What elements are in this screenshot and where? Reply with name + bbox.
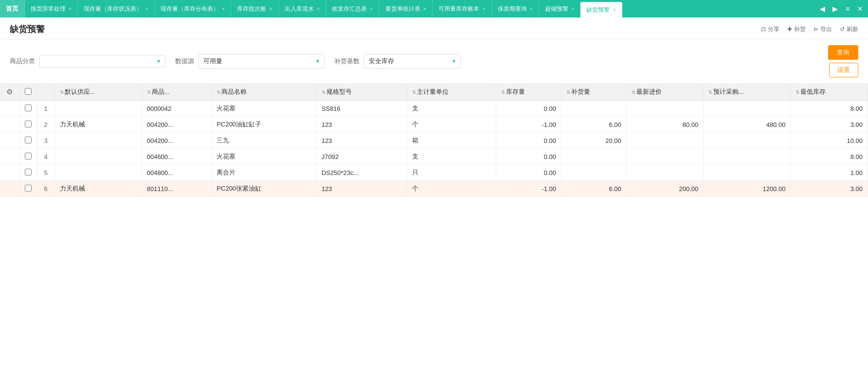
settings-button[interactable]: 设置: [829, 63, 858, 77]
row-unit: 支: [407, 149, 496, 165]
sort-replenish-icon: ⇅: [566, 89, 570, 95]
row-stock: -1.00: [496, 117, 561, 133]
refresh-button[interactable]: ↺ 刷新: [840, 25, 858, 34]
row-checkbox[interactable]: [25, 137, 32, 143]
col-settings-header[interactable]: ⚙: [0, 84, 19, 101]
tab-close-shoufashun[interactable]: ×: [370, 6, 373, 12]
tab-chaochun[interactable]: 超储预警 ×: [539, 0, 580, 18]
tab-close-keyong[interactable]: ×: [482, 6, 485, 12]
row-checkbox-cell: [19, 101, 37, 117]
row-settings-cell: [0, 117, 19, 133]
row-checkbox-cell: [19, 133, 37, 149]
tab-pici[interactable]: 库存批次账 ×: [231, 0, 278, 18]
row-min-stock: 8.00: [791, 101, 868, 117]
category-chevron-icon: ▾: [157, 58, 160, 65]
col-minstock-header[interactable]: ⇅最低库存: [791, 84, 868, 101]
tab-menu-button[interactable]: ≡: [842, 3, 853, 15]
col-name-header[interactable]: ⇅商品名称: [212, 84, 316, 101]
row-code: 004200...: [142, 133, 212, 149]
row-name: 三九: [212, 133, 316, 149]
tab-xianzun-status[interactable]: 现存量（库存状况表） ×: [78, 0, 154, 18]
table-row: 4 004600... 火花塞 J7092 支 0.00 8.00: [0, 149, 868, 165]
tab-churu[interactable]: 出入库流水 ×: [279, 0, 326, 18]
row-checkbox[interactable]: [25, 153, 32, 159]
row-idx: 5: [37, 165, 54, 181]
tab-shoufashun[interactable]: 收发存汇总表 ×: [326, 0, 379, 18]
tab-next-button[interactable]: ▶: [829, 3, 841, 15]
col-price-header[interactable]: ⇅最新进价: [626, 84, 704, 101]
tab-close-yaohuo[interactable]: ×: [423, 6, 426, 12]
row-supplier: [54, 149, 142, 165]
sort-estpurchase-icon: ⇅: [708, 89, 712, 95]
tab-close-chaochun[interactable]: ×: [571, 6, 574, 12]
col-unit-header[interactable]: ⇅主计量单位: [407, 84, 496, 101]
row-latest-price: [626, 149, 704, 165]
row-replenish: 6.00: [561, 181, 627, 197]
tab-close-xianzun-dist[interactable]: ×: [222, 6, 225, 12]
query-button[interactable]: 查询: [828, 45, 858, 60]
tab-close-xianzun-status[interactable]: ×: [145, 6, 148, 12]
row-supplier: 力天机械: [54, 181, 142, 197]
row-unit: 支: [407, 101, 496, 117]
select-all-checkbox[interactable]: [25, 88, 32, 95]
datasource-label: 数据源: [175, 57, 194, 66]
tab-quehuo[interactable]: 缺货预警 ×: [580, 2, 622, 18]
row-settings-cell: [0, 149, 19, 165]
tab-close-zhaiyi[interactable]: ×: [69, 6, 72, 12]
col-stock-header[interactable]: ⇅库存量: [496, 84, 561, 101]
base-select[interactable]: 安全库存 ▾: [363, 54, 461, 69]
window-close-button[interactable]: ✕: [854, 3, 866, 15]
tab-home[interactable]: 首页: [0, 0, 25, 18]
sort-code-icon: ⇅: [147, 89, 151, 95]
row-replenish: [561, 101, 627, 117]
datasource-select[interactable]: 可用量 ▾: [198, 54, 325, 69]
datasource-chevron-icon: ▾: [316, 58, 319, 65]
row-checkbox[interactable]: [25, 185, 32, 192]
row-unit: 箱: [407, 133, 496, 149]
row-checkbox[interactable]: [25, 121, 32, 127]
tab-yaohuo[interactable]: 要货单统计表 ×: [380, 0, 433, 18]
row-stock: -1.00: [496, 181, 561, 197]
row-code: 0000042: [142, 101, 212, 117]
tab-close-pici[interactable]: ×: [269, 6, 272, 12]
tab-baozhiqi[interactable]: 保质期查询 ×: [492, 0, 539, 18]
col-spec-header[interactable]: ⇅规格型号: [316, 84, 407, 101]
row-name: 离合片: [212, 165, 316, 181]
tab-zhaiyi[interactable]: 拣货异常处理 ×: [25, 0, 78, 18]
export-button[interactable]: ⊳ 导出: [814, 25, 832, 34]
tab-close-quehuo[interactable]: ×: [613, 7, 615, 13]
base-label: 补货基数: [334, 57, 360, 66]
sort-spec-icon: ⇅: [322, 89, 326, 95]
table-header-row: ⚙ ⇅默认供应... ⇅商品... ⇅商品名称: [0, 84, 868, 101]
settings-gear-icon[interactable]: ⚙: [6, 88, 13, 96]
row-checkbox[interactable]: [25, 105, 32, 111]
tab-xianzun-dist[interactable]: 现存量（库存分布表） ×: [155, 0, 231, 18]
row-supplier: [54, 133, 142, 149]
buhuo-icon: ✚: [787, 26, 792, 33]
row-latest-price: [626, 133, 704, 149]
row-est-purchase: [704, 165, 791, 181]
tab-close-baozhiqi[interactable]: ×: [530, 6, 533, 12]
col-replenish-header[interactable]: ⇅补货量: [561, 84, 627, 101]
row-supplier: [54, 101, 142, 117]
category-select[interactable]: ▾: [39, 55, 165, 68]
sort-stock-icon: ⇅: [501, 89, 505, 95]
tab-keyong[interactable]: 可用量库存账本 ×: [433, 0, 491, 18]
row-checkbox-cell: [19, 117, 37, 133]
row-replenish: 6.00: [561, 117, 627, 133]
row-name: PC200油缸缸子: [212, 117, 316, 133]
tab-close-churu[interactable]: ×: [317, 6, 320, 12]
row-checkbox[interactable]: [25, 169, 32, 176]
refresh-icon: ↺: [840, 26, 845, 33]
row-spec: 123: [316, 181, 407, 197]
tab-prev-button[interactable]: ◀: [816, 3, 828, 15]
buhuo-button[interactable]: ✚ 补货: [787, 25, 806, 34]
row-name: 火花塞: [212, 101, 316, 117]
col-estpurchase-header[interactable]: ⇅预计采购...: [704, 84, 791, 101]
share-button[interactable]: ⊡ 分享: [761, 25, 779, 34]
row-stock: 0.00: [496, 133, 561, 149]
col-supplier-header[interactable]: ⇅默认供应...: [54, 84, 142, 101]
col-code-header[interactable]: ⇅商品...: [142, 84, 212, 101]
row-code: 004600...: [142, 149, 212, 165]
row-name: PC200张紧油缸: [212, 181, 316, 197]
